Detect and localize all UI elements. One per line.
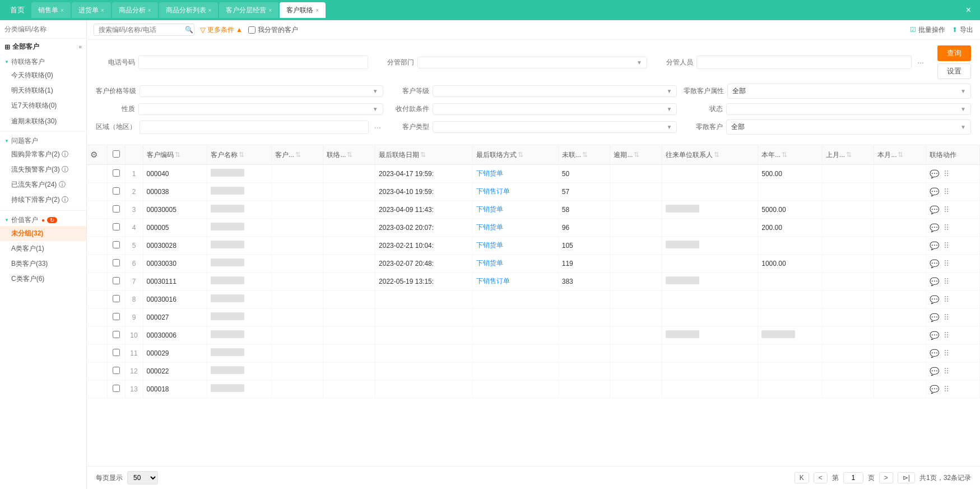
sidebar-item-declining[interactable]: 持续下滑客户(2) ⓘ xyxy=(0,192,86,207)
row-checkbox[interactable] xyxy=(113,277,120,284)
sidebar-item-c-class[interactable]: C类客户(6) xyxy=(0,271,86,287)
my-customers-checkbox[interactable] xyxy=(248,26,256,34)
last-contact-way-cell[interactable] xyxy=(473,344,558,362)
close-tab-4[interactable]: × xyxy=(268,7,272,13)
last-contact-way-cell[interactable]: 下销售订单 xyxy=(473,183,558,201)
intercompany-contact-header[interactable]: 往来单位联系人⇅ xyxy=(662,145,758,165)
customer-type-select[interactable]: ▼ xyxy=(433,121,677,133)
contact-way-link[interactable]: 下销货单 xyxy=(476,223,503,231)
more-action-icon[interactable]: ⠿ xyxy=(944,367,949,376)
payment-terms-select[interactable]: ▼ xyxy=(433,103,677,115)
nav-tab-customer-tier[interactable]: 客户分层经营 × xyxy=(219,2,278,18)
last-contact-way-header[interactable]: 最后联络方式⇅ xyxy=(473,145,558,165)
contact-action-icon[interactable]: 💬 xyxy=(930,331,939,340)
batch-operation-btn[interactable]: ☑ 批量操作 xyxy=(910,25,945,35)
query-button[interactable]: 查询 xyxy=(937,45,971,61)
more-action-icon[interactable]: ⠿ xyxy=(944,313,949,322)
nature-select[interactable]: ▼ xyxy=(138,103,383,115)
prev-page-btn[interactable]: < xyxy=(814,472,828,483)
refresh-icon[interactable]: ↻ xyxy=(47,217,57,223)
check-cell[interactable] xyxy=(107,183,125,201)
contact-action-icon[interactable]: 💬 xyxy=(930,295,939,304)
last-contact-way-cell[interactable] xyxy=(473,326,558,344)
name-column-header[interactable]: 客户名称⇅ xyxy=(207,145,272,165)
code-column-header[interactable]: 客户编码⇅ xyxy=(143,145,207,165)
sidebar-item-churn-warning[interactable]: 流失预警客户(3) ⓘ xyxy=(0,162,86,177)
nav-tab-analysis-list[interactable]: 商品分析列表 × xyxy=(159,2,219,18)
group-waiting-contact[interactable]: ▼ 待联络客户 xyxy=(0,55,86,68)
more-action-icon[interactable]: ⠿ xyxy=(944,169,949,178)
my-customers-filter[interactable]: 我分管的客户 xyxy=(248,25,298,35)
row-checkbox[interactable] xyxy=(113,223,120,230)
more-action-icon[interactable]: ⠿ xyxy=(944,331,949,340)
row-checkbox[interactable] xyxy=(113,169,120,177)
last-contact-way-cell[interactable] xyxy=(473,380,558,398)
retail-attr-select[interactable]: 全部 ▼ xyxy=(727,84,971,99)
more-action-icon[interactable]: ⠿ xyxy=(944,277,949,286)
more-action-icon[interactable]: ⠿ xyxy=(944,241,949,250)
last-month-header[interactable]: 上月...⇅ xyxy=(822,145,874,165)
status-select[interactable]: ▼ xyxy=(726,103,971,115)
reset-button[interactable]: 设置 xyxy=(937,63,971,79)
contact-column-header[interactable]: 联络...⇅ xyxy=(323,145,375,165)
check-cell[interactable] xyxy=(107,344,125,362)
close-tab-2[interactable]: × xyxy=(148,7,151,13)
check-column-header[interactable] xyxy=(107,145,125,165)
more-action-icon[interactable]: ⠿ xyxy=(944,349,949,358)
close-tab-0[interactable]: × xyxy=(61,7,64,13)
sidebar-item-b-class[interactable]: B类客户(33) xyxy=(0,256,86,271)
row-checkbox[interactable] xyxy=(113,313,120,320)
row-checkbox[interactable] xyxy=(113,331,120,338)
row-checkbox[interactable] xyxy=(113,295,120,302)
contact-action-icon[interactable]: 💬 xyxy=(930,313,939,322)
sidebar-item-today[interactable]: 今天待联络(0) xyxy=(0,68,86,83)
check-cell[interactable] xyxy=(107,308,125,326)
contact-way-link[interactable]: 下销售订单 xyxy=(476,187,510,195)
this-month-header[interactable]: 本月...⇅ xyxy=(874,145,926,165)
last-contact-way-cell[interactable] xyxy=(473,308,558,326)
row-checkbox[interactable] xyxy=(113,349,120,356)
row-checkbox[interactable] xyxy=(113,385,120,392)
check-cell[interactable] xyxy=(107,380,125,398)
row-checkbox[interactable] xyxy=(113,205,120,213)
sidebar-item-7days[interactable]: 近7天待联络(0) xyxy=(0,98,86,113)
this-year-header[interactable]: 本年...⇅ xyxy=(758,145,823,165)
contact-action-icon[interactable]: 💬 xyxy=(930,277,939,286)
last-contact-way-cell[interactable]: 下销售订单 xyxy=(473,273,558,290)
settings-icon[interactable]: ⚙ xyxy=(90,150,97,159)
nav-tab-sales[interactable]: 销售单 × xyxy=(31,2,71,18)
last-contact-way-cell[interactable]: 下销货单 xyxy=(473,201,558,219)
more-action-icon[interactable]: ⠿ xyxy=(944,295,949,304)
last-contact-way-cell[interactable] xyxy=(473,290,558,308)
manager-input[interactable] xyxy=(696,56,912,69)
contact-action-icon[interactable]: 💬 xyxy=(930,205,939,214)
page-number-input[interactable] xyxy=(843,472,863,483)
contact-way-link[interactable]: 下销货单 xyxy=(476,169,503,177)
check-cell[interactable] xyxy=(107,362,125,380)
sidebar-item-a-class[interactable]: A类客户(1) xyxy=(0,241,86,256)
last-contact-way-cell[interactable]: 下销货单 xyxy=(473,237,558,255)
export-btn[interactable]: ⬆ 导出 xyxy=(952,25,973,35)
sidebar-item-ungroup[interactable]: 未分组(32) xyxy=(0,226,86,241)
search-icon[interactable]: 🔍 xyxy=(185,26,193,34)
price-level-select[interactable]: ▼ xyxy=(140,85,383,97)
contact-action-icon[interactable]: 💬 xyxy=(930,349,939,358)
gear-column-header[interactable]: ⚙ xyxy=(87,145,107,165)
type-column-header[interactable]: 客户...⇅ xyxy=(271,145,323,165)
close-tab-5[interactable]: × xyxy=(315,7,319,13)
more-action-icon[interactable]: ⠿ xyxy=(944,259,949,268)
next-page-btn[interactable]: > xyxy=(879,472,893,483)
contact-action-icon[interactable]: 💬 xyxy=(930,223,939,232)
contact-way-link[interactable]: 下销货单 xyxy=(476,259,503,267)
more-action-icon[interactable]: ⠿ xyxy=(944,385,949,394)
uncontacted-header[interactable]: 未联...⇅ xyxy=(558,145,610,165)
more-action-icon[interactable]: ⠿ xyxy=(944,205,949,214)
more-action-icon[interactable]: ⠿ xyxy=(944,187,949,196)
check-cell[interactable] xyxy=(107,255,125,273)
retail-customer-select[interactable]: 全部 ▼ xyxy=(726,119,971,135)
row-checkbox[interactable] xyxy=(113,259,120,266)
row-checkbox[interactable] xyxy=(113,241,120,248)
select-all-checkbox[interactable] xyxy=(113,150,120,158)
contact-action-icon[interactable]: 💬 xyxy=(930,259,939,268)
nav-tab-analysis[interactable]: 商品分析 × xyxy=(112,2,158,18)
